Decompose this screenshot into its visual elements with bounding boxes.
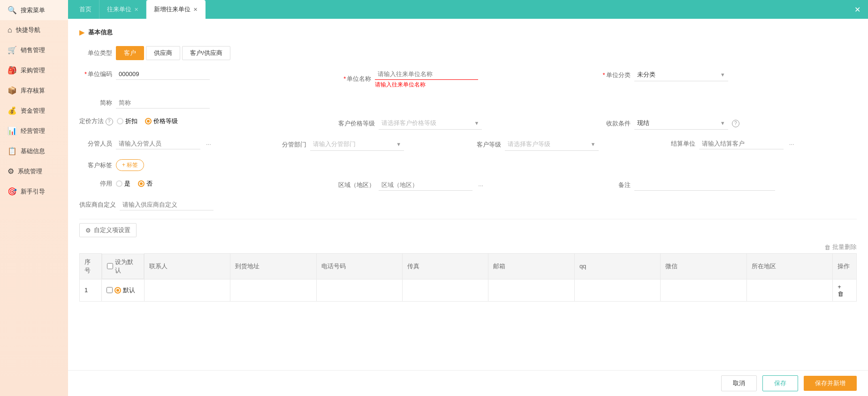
email-input[interactable] [493, 287, 569, 294]
tab-new-unit[interactable]: 新增往来单位 ✕ [146, 0, 206, 19]
settlement-input[interactable] [699, 138, 784, 149]
cell-email[interactable] [488, 279, 574, 301]
save-new-button[interactable]: 保存并新增 [804, 376, 857, 391]
pricing-level-radio[interactable]: 价格等级 [145, 117, 178, 125]
region-input[interactable] [379, 179, 472, 191]
section-title: 基本信息 [88, 28, 113, 37]
cancel-button[interactable]: 取消 [721, 375, 757, 391]
cell-address[interactable] [230, 279, 316, 301]
settlement-dots-icon[interactable]: ··· [787, 140, 796, 148]
contact-input[interactable] [149, 287, 225, 294]
col-address: 到货地址 [230, 254, 316, 280]
pricing-help-icon[interactable]: ? [106, 118, 113, 125]
sidebar-item-system[interactable]: ⚙ 系统管理 [0, 161, 68, 181]
sidebar-item-purchase[interactable]: 🎒 采购管理 [0, 60, 68, 80]
guide-icon: 🎯 [8, 187, 17, 196]
fax-input[interactable] [407, 287, 483, 294]
delete-row-icon[interactable]: 🗑 [838, 290, 844, 297]
add-row-icon[interactable]: + [838, 283, 841, 290]
unit-btn-customer[interactable]: 客户 [116, 46, 144, 60]
unit-type-row: 单位类型 客户 供应商 客户/供应商 [79, 46, 857, 60]
sidebar-item-basic-info[interactable]: 📋 基础信息 [0, 141, 68, 161]
search-icon: 🔍 [8, 6, 17, 15]
col-wechat: 微信 [661, 254, 746, 280]
manager-input[interactable] [116, 138, 200, 149]
row-default-radio[interactable]: 默认 [114, 286, 135, 295]
cell-no: 1 [80, 279, 102, 301]
sidebar: 🔍 搜索菜单 ⌂ 快捷导航 🛒 销售管理 🎒 采购管理 📦 库存核算 💰 资金管… [0, 0, 68, 396]
unit-code-input[interactable] [116, 69, 210, 80]
unit-btn-both[interactable]: 客户/供应商 [182, 46, 230, 60]
customer-level-select[interactable]: 请选择客户等级 ▼ [505, 138, 599, 151]
col-no: 序号 [80, 254, 102, 280]
payment-terms-group: 收款条件 现结 ▼ ? [598, 117, 857, 130]
pricing-row: 定价方法 ? 折扣 价格等级 客户价格 [79, 117, 857, 130]
unit-category-select[interactable]: 未分类 ▼ [634, 69, 728, 81]
save-button[interactable]: 保存 [762, 375, 798, 391]
disabled-yes-radio[interactable]: 是 [116, 179, 130, 188]
custom-settings-button[interactable]: ⚙ 自定义项设置 [79, 223, 137, 237]
pricing-discount-radio[interactable]: 折扣 [117, 117, 137, 125]
close-new-unit-tab-icon[interactable]: ✕ [193, 7, 198, 13]
disabled-no-radio-inner [140, 182, 143, 185]
unit-type-group: 单位类型 客户 供应商 客户/供应商 [79, 46, 857, 60]
unit-name-group: *单位名称 请输入往来单位名称 [338, 69, 597, 89]
phone-input[interactable] [321, 287, 397, 294]
sidebar-item-label: 经营管理 [21, 127, 45, 135]
finance-icon: 💰 [8, 106, 17, 115]
wechat-input[interactable] [665, 287, 741, 294]
payment-help-icon[interactable]: ? [732, 120, 739, 127]
manager-dots-icon[interactable]: ··· [204, 140, 213, 148]
sidebar-item-search[interactable]: 🔍 搜索菜单 [0, 0, 68, 20]
unit-main-row: *单位编码 *单位名称 请输入往来单位名称 *单位分类 未分类 [79, 69, 857, 89]
supplier-custom-input[interactable] [120, 199, 213, 210]
window-close-button[interactable]: ✕ [851, 5, 864, 14]
select-all-checkbox[interactable] [107, 263, 113, 269]
short-name-row: 简称 [79, 97, 857, 109]
discount-radio-outer [117, 118, 123, 124]
supplier-custom-row: 供应商自定义 [79, 199, 857, 210]
tab-home[interactable]: 首页 [72, 0, 99, 19]
row-region-input[interactable] [752, 287, 828, 294]
sidebar-item-operations[interactable]: 📊 经营管理 [0, 121, 68, 141]
add-tag-button[interactable]: + 标签 [116, 159, 144, 171]
sidebar-item-inventory[interactable]: 📦 库存核算 [0, 80, 68, 101]
sidebar-item-guide[interactable]: 🎯 新手引导 [0, 181, 68, 202]
disabled-no-radio[interactable]: 否 [138, 179, 152, 188]
form-content: ▶ 基本信息 单位类型 客户 供应商 客户/供应商 *单位编码 [68, 19, 868, 370]
batch-delete-area[interactable]: 🗑 批量删除 [79, 243, 857, 251]
manager-label: 分管人员 [79, 140, 112, 148]
unit-type-buttons: 客户 供应商 客户/供应商 [116, 46, 230, 60]
tab-units[interactable]: 往来单位 ✕ [99, 0, 146, 19]
cell-fax[interactable] [403, 279, 488, 301]
disabled-group: 停用 是 否 [79, 179, 338, 188]
cell-phone[interactable] [316, 279, 402, 301]
price-level-select[interactable]: 请选择客户价格等级 ▼ [379, 117, 482, 130]
unit-btn-supplier[interactable]: 供应商 [146, 46, 180, 60]
sidebar-item-sales[interactable]: 🛒 销售管理 [0, 40, 68, 60]
row-checkbox[interactable] [107, 287, 113, 293]
purchase-icon: 🎒 [8, 66, 17, 75]
qq-input[interactable] [579, 287, 656, 294]
dept-select[interactable]: 请输入分管部门 ▼ [310, 138, 404, 151]
cell-contact[interactable] [144, 279, 230, 301]
payment-terms-select[interactable]: 现结 ▼ [634, 117, 728, 130]
short-name-input[interactable] [116, 97, 210, 109]
unit-code-label: *单位编码 [79, 70, 112, 78]
sidebar-item-quick-nav[interactable]: ⌂ 快捷导航 [0, 20, 68, 40]
cell-wechat[interactable] [661, 279, 746, 301]
unit-name-input[interactable] [375, 69, 478, 80]
sales-icon: 🛒 [8, 46, 17, 54]
price-level-label: 客户价格等级 [338, 119, 375, 128]
address-input[interactable] [235, 287, 311, 294]
section-info-icon: ▶ [79, 29, 84, 36]
remarks-input[interactable] [634, 179, 775, 191]
sidebar-item-label: 基础信息 [21, 147, 45, 155]
cell-region[interactable] [746, 279, 832, 301]
tag-row: 客户标签 + 标签 [79, 159, 857, 171]
sidebar-item-finance[interactable]: 💰 资金管理 [0, 101, 68, 121]
cell-qq[interactable] [574, 279, 661, 301]
payment-chevron-icon: ▼ [720, 120, 725, 126]
close-units-tab-icon[interactable]: ✕ [134, 7, 138, 13]
region-dots-icon[interactable]: ··· [476, 182, 485, 189]
